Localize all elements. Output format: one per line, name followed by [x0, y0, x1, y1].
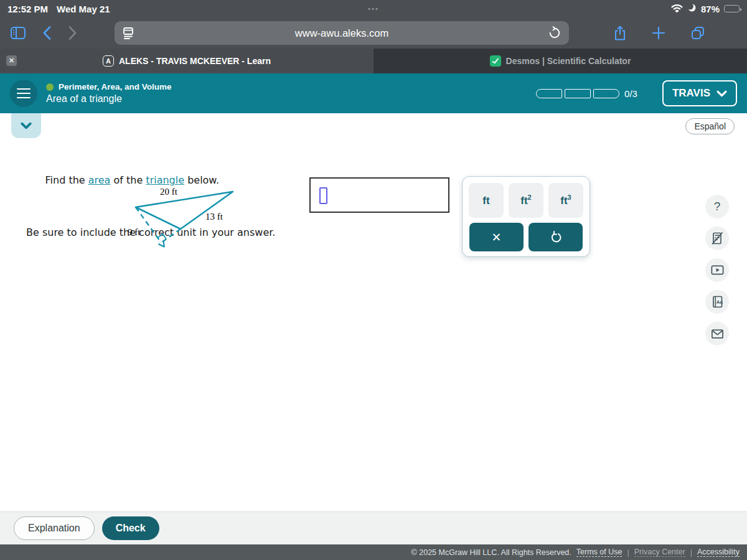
tab-aleks-label: ALEKS - TRAVIS MCKEEVER - Learn: [119, 56, 271, 66]
lesson-title: Area of a triangle: [46, 93, 172, 105]
menu-icon[interactable]: [10, 80, 37, 107]
aleks-favicon-icon: A: [103, 55, 114, 67]
unit-ft2-button[interactable]: ft2: [509, 183, 543, 218]
question-mark-icon: ?: [714, 200, 721, 213]
language-button[interactable]: Español: [685, 118, 735, 134]
triangle-shape: [136, 192, 233, 229]
aleks-header: Perimeter, Area, and Volume Area of a tr…: [0, 73, 747, 113]
share-icon[interactable]: [613, 25, 627, 41]
triangle-figure: 20 ft 13 ft 9 ft: [121, 182, 240, 253]
action-bar: Explanation Check: [0, 511, 747, 544]
progress-label: 0/3: [624, 88, 637, 99]
envelope-icon: [710, 328, 725, 340]
unit-ft-button[interactable]: ft: [469, 183, 504, 218]
area-link[interactable]: area: [88, 174, 111, 186]
desmos-favicon-icon: [490, 55, 501, 67]
progress-bar: [536, 89, 619, 98]
browser-tab-bar: ✕ A ALEKS - TRAVIS MCKEEVER - Learn Desm…: [0, 49, 747, 73]
label-side-top: 20 ft: [160, 187, 178, 197]
clear-button[interactable]: ✕: [469, 223, 524, 251]
explanation-button[interactable]: Explanation: [14, 516, 95, 540]
tab-aleks[interactable]: ✕ A ALEKS - TRAVIS MCKEEVER - Learn: [0, 49, 374, 73]
svg-text:Aa: Aa: [716, 299, 723, 305]
undo-icon: [549, 230, 563, 244]
forward-icon[interactable]: [68, 26, 77, 40]
user-menu-button[interactable]: TRAVIS: [662, 80, 737, 106]
no-calculator-icon: [710, 231, 724, 245]
label-side-right: 13 ft: [205, 212, 223, 222]
label-height: 9 ft: [128, 227, 141, 237]
footer: © 2025 McGraw Hill LLC. All Rights Reser…: [0, 544, 747, 560]
chevron-down-icon: [716, 90, 727, 97]
close-tab-icon[interactable]: ✕: [6, 55, 17, 66]
tab-desmos[interactable]: Desmos | Scientific Calculator: [374, 49, 747, 73]
url-text[interactable]: www-awu.aleks.com: [115, 27, 569, 39]
unit-keypad: ft ft2 ft3 ✕: [462, 176, 590, 257]
status-bar: 12:52 PM Wed May 21 ••• 87%: [0, 0, 747, 17]
new-tab-icon[interactable]: [651, 25, 666, 41]
input-caret-placeholder: [319, 187, 327, 204]
message-button[interactable]: [705, 322, 729, 345]
tab-desmos-label: Desmos | Scientific Calculator: [506, 56, 631, 66]
dictionary-book-icon: Aa: [711, 295, 724, 309]
answer-input[interactable]: [309, 177, 449, 213]
topic-title: Perimeter, Area, and Volume: [59, 82, 172, 91]
browser-toolbar: www-awu.aleks.com: [0, 17, 747, 49]
accessibility-link[interactable]: Accessibility: [697, 548, 740, 557]
dictionary-button[interactable]: Aa: [705, 290, 729, 314]
calculator-disabled-button[interactable]: [705, 226, 729, 250]
height-arrowhead-icon: [158, 240, 164, 246]
terms-of-use-link[interactable]: Terms of Use: [576, 548, 622, 557]
sidebar-toggle-icon[interactable]: [10, 26, 26, 40]
video-button[interactable]: [705, 258, 729, 282]
check-button[interactable]: Check: [102, 516, 159, 540]
multitask-dots-icon: •••: [0, 5, 747, 12]
base-extension-dashed-line: [162, 229, 181, 242]
play-video-icon: [710, 264, 725, 276]
multiply-icon: ✕: [492, 230, 502, 245]
back-icon[interactable]: [42, 26, 52, 40]
help-button[interactable]: ?: [705, 195, 729, 218]
battery-icon: [724, 5, 740, 12]
problem-area: Español Find the area of the triangle be…: [0, 113, 747, 511]
tabs-overview-icon[interactable]: [690, 25, 706, 41]
privacy-center-link[interactable]: Privacy Center: [634, 548, 685, 557]
unit-ft3-button[interactable]: ft3: [548, 183, 583, 218]
topic-status-dot-icon: [46, 83, 54, 91]
chevron-down-icon: [21, 122, 32, 129]
tool-sidebar: ? Aa: [705, 195, 729, 345]
address-bar[interactable]: www-awu.aleks.com: [115, 21, 569, 45]
undo-button[interactable]: [529, 223, 583, 251]
copyright-text: © 2025 McGraw Hill LLC. All Rights Reser…: [411, 548, 571, 557]
